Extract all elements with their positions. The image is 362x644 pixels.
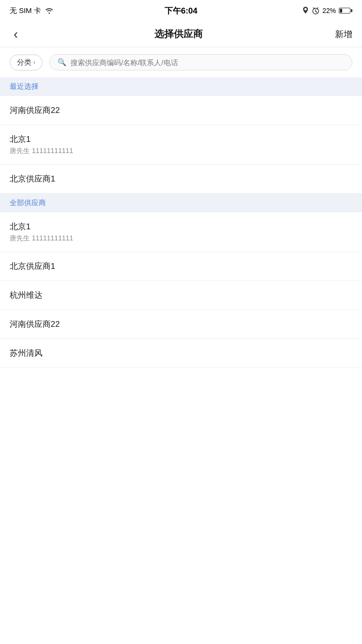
status-time: 下午6:04 — [165, 5, 197, 16]
all-section-header: 全部供应商 — [0, 194, 362, 212]
item-name: 河南供应商22 — [10, 105, 352, 116]
search-input[interactable] — [70, 58, 344, 67]
all-list-item[interactable]: 杭州维达 — [0, 281, 362, 310]
item-name: 北京1 — [10, 134, 352, 145]
back-button[interactable]: ‹ — [10, 25, 22, 44]
filter-row: 分类 › 🔍 — [0, 47, 362, 77]
recent-items-list: 河南供应商22北京1唐先生 11111111111北京供应商1 — [0, 96, 362, 194]
status-icons: 22% — [302, 7, 352, 14]
item-name: 北京供应商1 — [10, 173, 352, 184]
nav-bar: ‹ 选择供应商 新增 — [0, 21, 362, 47]
category-label: 分类 — [17, 58, 31, 67]
all-list-item[interactable]: 北京1唐先生 11111111111 — [0, 212, 362, 252]
recent-section-header: 最近选择 — [0, 77, 362, 96]
alarm-icon — [312, 7, 320, 14]
item-contact: 唐先生 11111111111 — [10, 147, 352, 155]
item-name: 北京供应商1 — [10, 261, 352, 272]
location-icon — [302, 7, 309, 14]
page-title: 选择供应商 — [154, 28, 203, 41]
recent-section-label: 最近选择 — [10, 82, 39, 90]
carrier-text: 无 SIM 卡 — [10, 6, 41, 15]
all-list-item[interactable]: 河南供应商22 — [0, 310, 362, 339]
battery-text: 22% — [322, 7, 336, 14]
search-bar[interactable]: 🔍 — [49, 54, 352, 70]
recent-list-item[interactable]: 北京1唐先生 11111111111 — [0, 125, 362, 165]
status-bar: 无 SIM 卡 下午6:04 22% — [0, 0, 362, 21]
all-items-list: 北京1唐先生 11111111111北京供应商1杭州维达河南供应商22苏州清风 — [0, 212, 362, 368]
item-name: 北京1 — [10, 221, 352, 232]
status-carrier: 无 SIM 卡 — [10, 6, 54, 15]
item-contact: 唐先生 11111111111 — [10, 234, 352, 243]
item-name: 杭州维达 — [10, 290, 352, 301]
item-name: 河南供应商22 — [10, 319, 352, 330]
recent-list-item[interactable]: 北京供应商1 — [0, 165, 362, 194]
item-name: 苏州清风 — [10, 348, 352, 359]
category-button[interactable]: 分类 › — [10, 55, 42, 70]
new-action-button[interactable]: 新增 — [335, 28, 352, 40]
all-list-item[interactable]: 苏州清风 — [0, 339, 362, 368]
battery-icon — [339, 8, 352, 14]
search-icon: 🔍 — [57, 58, 67, 67]
recent-list-item[interactable]: 河南供应商22 — [0, 96, 362, 125]
wifi-icon — [45, 7, 54, 14]
all-list-item[interactable]: 北京供应商1 — [0, 252, 362, 281]
all-section-label: 全部供应商 — [10, 198, 46, 207]
chevron-right-icon: › — [33, 59, 35, 66]
